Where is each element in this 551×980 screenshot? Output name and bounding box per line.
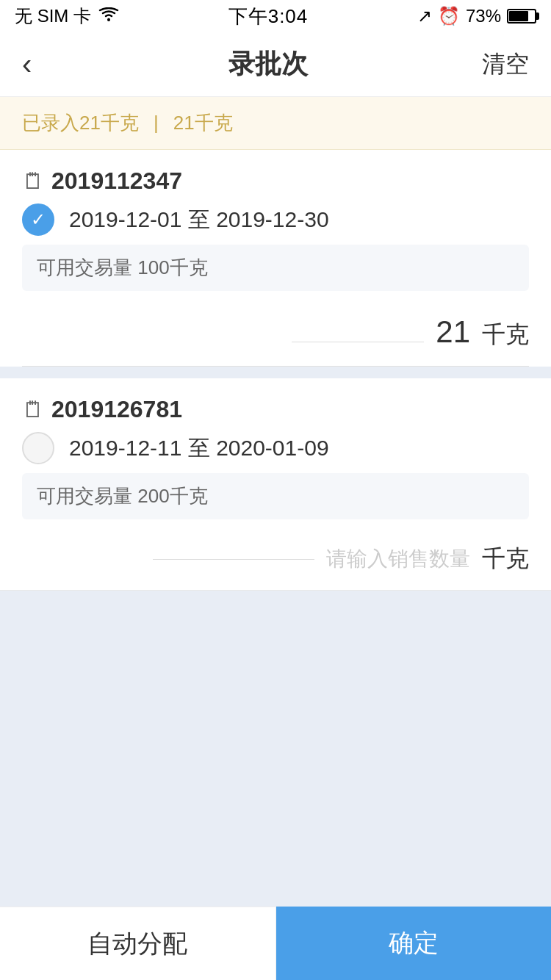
page-title: 录批次: [66, 46, 470, 82]
alarm-icon: ⏰: [438, 6, 460, 26]
card-separator-1: [0, 367, 551, 378]
batch-1-header: 🗒 2019112347: [0, 150, 551, 195]
batch-1-date: 2019-12-01 至 2019-12-30: [69, 205, 329, 235]
batch-1-id: 2019112347: [51, 167, 182, 195]
nav-bar: ‹ 录批次 清空: [0, 32, 551, 97]
status-right: ↗ ⏰ 73%: [417, 6, 536, 26]
batch-2-underline: [153, 559, 314, 560]
batch-2-icon: 🗒: [22, 397, 44, 422]
empty-area: [0, 591, 551, 907]
summary-label: 已录入21千克: [22, 110, 139, 136]
batch-1-radio[interactable]: ✓: [22, 203, 54, 236]
check-icon: ✓: [31, 209, 46, 230]
auto-distribute-button[interactable]: 自动分配: [0, 907, 276, 980]
status-time: 下午3:04: [228, 4, 309, 29]
location-icon: ↗: [417, 6, 432, 26]
batch-1-qty-row: 21 千克: [0, 303, 551, 366]
batch-2-radio[interactable]: [22, 432, 54, 464]
batch-1-available: 可用交易量 100千克: [22, 245, 529, 291]
batch-1-date-row[interactable]: ✓ 2019-12-01 至 2019-12-30: [0, 195, 551, 245]
batch-2-placeholder: 请输入销售数量: [326, 545, 470, 573]
batch-card-2: 🗒 2019126781 2019-12-11 至 2020-01-09 可用交…: [0, 378, 551, 591]
batch-2-available: 可用交易量 200千克: [22, 473, 529, 519]
batch-2-qty-row: 请输入销售数量 千克: [0, 531, 551, 591]
batch-1-unit: 千克: [482, 319, 529, 351]
wifi-icon: [98, 6, 119, 26]
confirm-label: 确定: [389, 926, 439, 960]
batch-2-header: 🗒 2019126781: [0, 378, 551, 423]
summary-bar: 已录入21千克 | 21千克: [0, 97, 551, 150]
back-button[interactable]: ‹: [22, 48, 66, 81]
bottom-bar: 自动分配 确定: [0, 907, 551, 980]
batch-1-qty-value[interactable]: 21: [436, 314, 470, 350]
status-bar: 无 SIM 卡 下午3:04 ↗ ⏰ 73%: [0, 0, 551, 32]
batch-2-date-row[interactable]: 2019-12-11 至 2020-01-09: [0, 423, 551, 473]
svg-point-0: [107, 18, 110, 21]
batch-1-icon: 🗒: [22, 169, 44, 194]
summary-divider: |: [154, 112, 159, 134]
confirm-button[interactable]: 确定: [276, 907, 552, 980]
battery-icon: [507, 9, 536, 24]
batch-1-underline: [292, 342, 424, 342]
batch-2-unit: 千克: [482, 543, 529, 575]
auto-distribute-label: 自动分配: [87, 927, 187, 961]
battery-percent: 73%: [466, 6, 501, 26]
summary-value: 21千克: [173, 110, 233, 136]
batch-card-1: 🗒 2019112347 ✓ 2019-12-01 至 2019-12-30 可…: [0, 150, 551, 367]
carrier-label: 无 SIM 卡: [15, 4, 91, 28]
batch-2-id: 2019126781: [51, 396, 182, 423]
clear-button[interactable]: 清空: [470, 48, 529, 81]
batch-2-date: 2019-12-11 至 2020-01-09: [69, 433, 329, 464]
status-left: 无 SIM 卡: [15, 4, 119, 28]
